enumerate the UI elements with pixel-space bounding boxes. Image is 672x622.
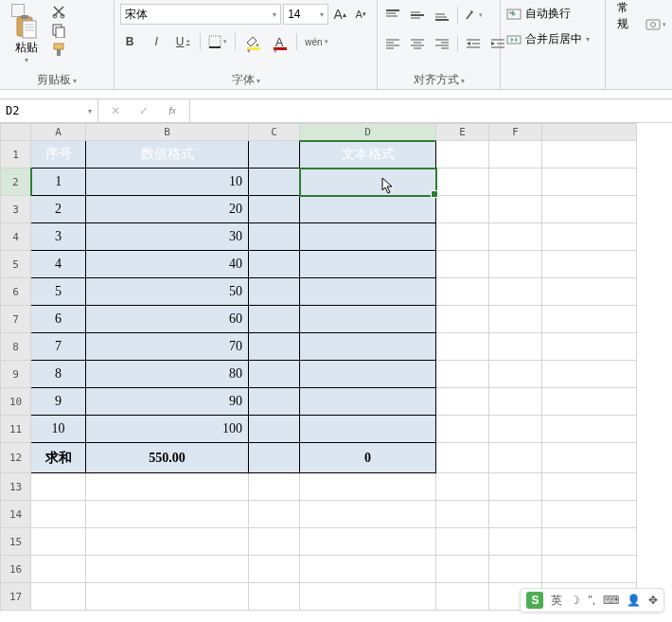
- orientation-button[interactable]: [464, 6, 483, 25]
- cell[interactable]: [300, 169, 436, 196]
- cell[interactable]: [542, 528, 637, 556]
- align-top-button[interactable]: [383, 6, 402, 25]
- cell[interactable]: 1: [31, 169, 86, 196]
- cell[interactable]: 3: [31, 223, 86, 251]
- row-header[interactable]: 17: [1, 583, 31, 611]
- row-header[interactable]: 15: [1, 528, 31, 556]
- cell[interactable]: [542, 361, 637, 388]
- cell[interactable]: [249, 306, 300, 333]
- number-format-select[interactable]: 常规: [611, 6, 645, 27]
- name-box[interactable]: D2 ▾: [0, 99, 98, 122]
- formula-input[interactable]: [190, 99, 672, 122]
- cell[interactable]: [542, 443, 637, 473]
- cell[interactable]: 20: [86, 196, 249, 223]
- cell[interactable]: [86, 473, 249, 501]
- cell[interactable]: 40: [86, 251, 249, 278]
- cell[interactable]: [542, 196, 637, 223]
- cell[interactable]: [300, 388, 436, 416]
- cell[interactable]: [31, 473, 86, 501]
- row-header[interactable]: 12: [1, 443, 31, 473]
- cell[interactable]: [489, 306, 542, 333]
- align-left-button[interactable]: [383, 34, 402, 53]
- column-header[interactable]: E: [436, 124, 489, 141]
- cell[interactable]: [542, 473, 637, 501]
- row-header[interactable]: 8: [1, 333, 31, 361]
- cell[interactable]: [249, 333, 300, 361]
- row-header[interactable]: 14: [1, 501, 31, 528]
- cell[interactable]: [31, 501, 86, 528]
- cell[interactable]: [542, 333, 637, 361]
- row-header[interactable]: 9: [1, 361, 31, 388]
- cell[interactable]: [489, 501, 542, 528]
- cell[interactable]: 10: [31, 416, 86, 443]
- cell[interactable]: [436, 333, 489, 361]
- ime-keyboard-icon[interactable]: ⌨: [603, 594, 619, 607]
- row-header[interactable]: 5: [1, 251, 31, 278]
- cell[interactable]: [489, 169, 542, 196]
- cell[interactable]: [436, 361, 489, 388]
- cell[interactable]: [489, 141, 542, 169]
- font-size-select[interactable]: 14▾: [283, 4, 328, 25]
- cell[interactable]: 2: [31, 196, 86, 223]
- cell[interactable]: [86, 583, 249, 611]
- phonetic-button[interactable]: wén: [305, 32, 327, 51]
- align-right-button[interactable]: [433, 34, 451, 53]
- cell[interactable]: 5: [31, 278, 86, 306]
- cell[interactable]: [489, 528, 542, 556]
- cut-button[interactable]: [51, 4, 66, 19]
- sum-cell[interactable]: 550.00: [86, 443, 249, 473]
- ime-punct-icon[interactable]: ",: [588, 594, 595, 607]
- column-header[interactable]: [542, 124, 637, 141]
- cell[interactable]: [300, 416, 436, 443]
- cell[interactable]: [249, 556, 300, 583]
- cell[interactable]: [300, 501, 436, 528]
- cell[interactable]: 30: [86, 223, 249, 251]
- cell[interactable]: [249, 416, 300, 443]
- cell[interactable]: [542, 223, 637, 251]
- italic-button[interactable]: I: [147, 32, 166, 51]
- cell[interactable]: [86, 556, 249, 583]
- cell[interactable]: [300, 251, 436, 278]
- cell[interactable]: [436, 251, 489, 278]
- cell[interactable]: [436, 196, 489, 223]
- cell[interactable]: [300, 583, 436, 611]
- cell[interactable]: [436, 443, 489, 473]
- cell[interactable]: [542, 169, 637, 196]
- cell[interactable]: [249, 583, 300, 611]
- cell[interactable]: [436, 169, 489, 196]
- cell[interactable]: 9: [31, 388, 86, 416]
- align-middle-button[interactable]: [408, 6, 427, 25]
- row-header[interactable]: 1: [1, 141, 31, 169]
- cell[interactable]: [249, 443, 300, 473]
- cell[interactable]: [249, 278, 300, 306]
- border-button[interactable]: [208, 32, 227, 51]
- cell[interactable]: [542, 141, 637, 169]
- cell[interactable]: [489, 196, 542, 223]
- cell[interactable]: 4: [31, 251, 86, 278]
- cell[interactable]: 60: [86, 306, 249, 333]
- cell[interactable]: [436, 583, 489, 611]
- cell[interactable]: 100: [86, 416, 249, 443]
- align-center-button[interactable]: [408, 34, 427, 53]
- row-header[interactable]: 16: [1, 556, 31, 583]
- cell[interactable]: [489, 251, 542, 278]
- cell[interactable]: [249, 473, 300, 501]
- align-bottom-button[interactable]: [433, 6, 451, 25]
- cell[interactable]: [542, 416, 637, 443]
- row-header[interactable]: 10: [1, 388, 31, 416]
- cell[interactable]: [300, 196, 436, 223]
- column-header[interactable]: C: [249, 124, 300, 141]
- column-header[interactable]: A: [31, 124, 86, 141]
- cell[interactable]: [300, 223, 436, 251]
- cell[interactable]: [31, 556, 86, 583]
- cell[interactable]: [31, 583, 86, 611]
- cell[interactable]: [249, 141, 300, 169]
- cell[interactable]: 6: [31, 306, 86, 333]
- column-header[interactable]: B: [86, 124, 249, 141]
- ime-moon-icon[interactable]: ☽: [570, 594, 580, 607]
- shrink-font-button[interactable]: A▾: [351, 5, 370, 24]
- cell[interactable]: [300, 556, 436, 583]
- fill-color-button[interactable]: [243, 32, 262, 51]
- ime-toolbar[interactable]: S 英 ☽ ", ⌨ 👤 ✥: [520, 588, 664, 613]
- currency-button[interactable]: [645, 15, 666, 34]
